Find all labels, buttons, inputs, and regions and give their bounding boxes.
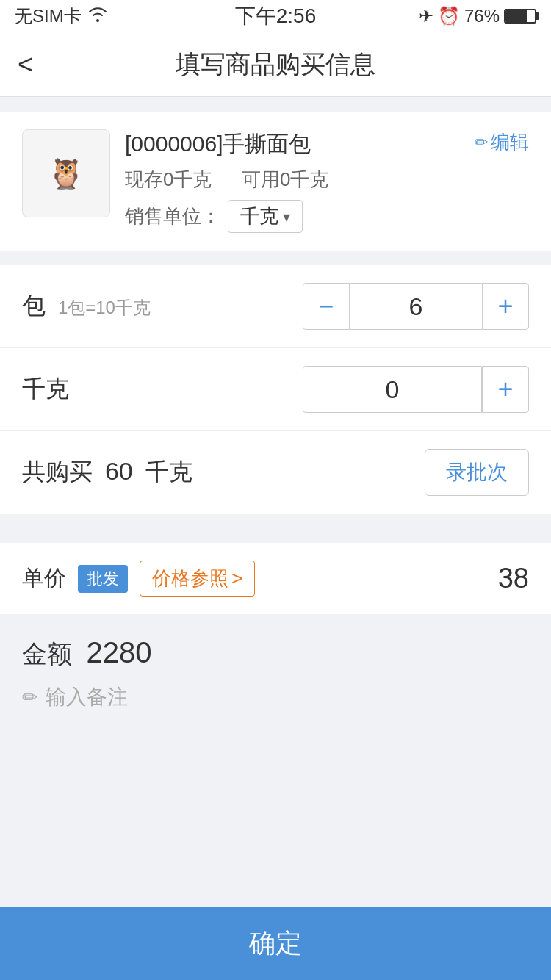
section-divider-2	[0, 514, 551, 528]
kilogram-row: 千克 +	[0, 348, 551, 431]
alarm-icon: ⏰	[438, 6, 460, 26]
unit-label: 销售单位：	[125, 203, 220, 229]
product-unit-row: 销售单位： 千克 ▾	[125, 200, 529, 233]
product-card: 🦉 [0000006]手撕面包 现存0千克 可用0千克 销售单位： 千克 ▾ ✏…	[0, 112, 551, 251]
product-stock: 现存0千克 可用0千克	[125, 167, 529, 192]
package-input-section: 包 1包=10千克 − + 千克 +	[0, 265, 551, 431]
kilogram-quantity-input[interactable]	[303, 366, 482, 413]
price-section: 单价 批发 价格参照 > 38	[0, 543, 551, 614]
remark-placeholder: 输入备注	[46, 683, 128, 711]
amount-label: 金额	[22, 640, 72, 668]
status-left: 无SIM卡	[15, 4, 108, 28]
stock-text: 现存0千克	[125, 168, 212, 190]
kilogram-increment-button[interactable]: +	[482, 366, 529, 413]
total-text: 共购买 60 千克	[22, 456, 192, 489]
package-quantity-control: − +	[303, 283, 529, 330]
product-info: [0000006]手撕面包 现存0千克 可用0千克 销售单位： 千克 ▾	[125, 129, 529, 233]
battery-percent: 76%	[464, 6, 500, 26]
product-image: 🦉	[22, 129, 110, 217]
unit-value: 千克	[240, 203, 278, 229]
stock-spacer	[217, 168, 237, 190]
kilogram-label: 千克	[22, 373, 303, 406]
location-icon: ✈	[419, 6, 433, 26]
carrier-text: 无SIM卡	[15, 4, 82, 28]
edit-label: 编辑	[491, 129, 529, 155]
back-button[interactable]: <	[18, 49, 33, 80]
battery-icon	[504, 9, 536, 24]
amount-row: 金额 2280	[22, 636, 529, 671]
confirm-button-label: 确定	[249, 926, 302, 962]
total-section: 共购买 60 千克 录批次	[0, 431, 551, 514]
amount-section: 金额 2280 ✏ 输入备注	[0, 614, 551, 726]
status-time: 下午2:56	[235, 2, 317, 30]
total-unit: 千克	[145, 458, 192, 485]
product-logo: 🦉	[48, 156, 84, 191]
pencil-icon: ✏	[22, 686, 38, 709]
price-ref-button[interactable]: 价格参照 >	[140, 561, 255, 597]
available-text: 可用0千克	[242, 168, 328, 190]
total-quantity: 60	[105, 457, 133, 485]
status-bar: 无SIM卡 下午2:56 ✈ ⏰ 76%	[0, 0, 551, 32]
package-row: 包 1包=10千克 − +	[0, 265, 551, 348]
record-batch-button[interactable]: 录批次	[425, 449, 529, 496]
nav-bar: < 填写商品购买信息	[0, 32, 551, 97]
kilogram-quantity-control: +	[303, 366, 529, 413]
price-ref-arrow-icon: >	[231, 567, 242, 590]
kilogram-label-text: 千克	[22, 375, 69, 402]
package-quantity-input[interactable]	[350, 283, 482, 330]
remark-row[interactable]: ✏ 输入备注	[22, 683, 529, 711]
dropdown-arrow-icon: ▾	[283, 208, 290, 226]
price-ref-label: 价格参照	[152, 566, 228, 591]
package-decrement-button[interactable]: −	[303, 283, 350, 330]
price-tag: 批发	[78, 565, 128, 593]
confirm-button[interactable]: 确定	[0, 907, 551, 980]
package-increment-button[interactable]: +	[482, 283, 529, 330]
package-label: 包 1包=10千克	[22, 290, 303, 323]
product-name: [0000006]手撕面包	[125, 129, 529, 159]
unit-selector[interactable]: 千克 ▾	[228, 200, 303, 233]
edit-icon: ✏	[475, 133, 488, 152]
amount-value: 2280	[86, 636, 151, 669]
edit-button[interactable]: ✏ 编辑	[475, 129, 529, 155]
price-value: 38	[498, 563, 529, 594]
package-label-text: 包	[22, 292, 46, 319]
page-title: 填写商品购买信息	[176, 48, 375, 82]
status-right: ✈ ⏰ 76%	[419, 6, 536, 26]
total-prefix: 共购买	[22, 458, 93, 485]
package-hint: 1包=10千克	[58, 298, 151, 317]
wifi-icon	[87, 6, 108, 26]
section-divider-1	[0, 251, 551, 265]
price-label: 单价	[22, 563, 66, 594]
